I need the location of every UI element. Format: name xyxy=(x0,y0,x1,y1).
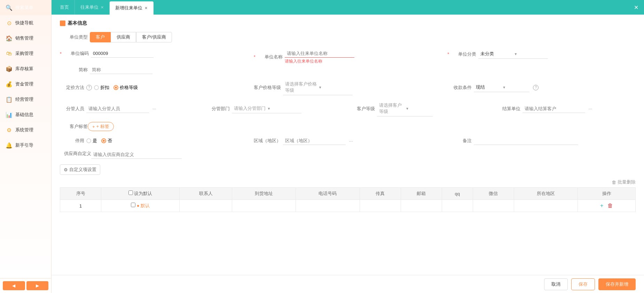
unit-name-input[interactable] xyxy=(285,49,354,58)
radio-circle xyxy=(94,85,99,90)
payment-terms-select[interactable]: 现结 ▼ xyxy=(474,83,529,92)
settlement-input[interactable] xyxy=(523,105,585,113)
manager-more-icon[interactable]: ··· xyxy=(151,106,158,111)
short-name-input[interactable] xyxy=(90,66,152,74)
sidebar-item-guide[interactable]: 🔔 新手引导 xyxy=(0,138,51,153)
sidebar-item-purchase[interactable]: 🛍 采购管理 xyxy=(0,46,51,61)
col-phone: 电话号码 xyxy=(296,188,360,200)
delete-row-icon[interactable]: 🗑 xyxy=(606,203,614,209)
sidebar-item-management[interactable]: 📋 经营管理 xyxy=(0,92,51,107)
tab-label: 首页 xyxy=(60,4,69,10)
guide-icon: 🔔 xyxy=(6,142,13,149)
cell-fax xyxy=(360,200,401,212)
sidebar-item-search[interactable]: 🔍 搜索菜单 xyxy=(0,0,51,15)
radio-circle xyxy=(113,85,118,90)
settlement-more-icon[interactable]: ··· xyxy=(587,106,594,111)
col-action: 操作 xyxy=(578,188,636,200)
sidebar-item-label: 库存核算 xyxy=(15,66,33,72)
select-all-checkbox[interactable] xyxy=(128,190,133,195)
region-more-icon[interactable]: ··· xyxy=(348,138,354,144)
manager-field: 分管人员 ··· xyxy=(60,105,200,113)
col-region: 所在地区 xyxy=(514,188,578,200)
sidebar-item-basic[interactable]: 📊 基础信息 xyxy=(0,107,51,122)
required-star: * xyxy=(60,51,62,56)
save-button[interactable]: 保存 xyxy=(571,278,595,290)
content-area: 基本信息 单位类型 客户 供应商 客户/供应商 * 单位编码 * 单位名称 xyxy=(52,15,644,275)
sidebar-item-label: 新手引导 xyxy=(15,142,33,148)
supplier-custom-input[interactable] xyxy=(91,150,182,159)
unit-btn-supplier[interactable]: 供应商 xyxy=(111,32,136,42)
unit-code-label: 单位编码 xyxy=(64,50,89,57)
radio-label: 否 xyxy=(108,138,112,144)
region-input[interactable] xyxy=(283,137,346,145)
cell-wechat xyxy=(473,200,514,212)
pricing-method-field: 定价方法 ? 折扣 价格等级 xyxy=(60,84,248,91)
unit-name-label: 单位名称 xyxy=(258,54,283,60)
tab-label: 新增往来单位 xyxy=(115,5,142,11)
sidebar: 🔍 搜索菜单 ⊙ 快捷导航 🏠 销售管理 🛍 采购管理 📦 库存核算 💰 资金管… xyxy=(0,0,52,293)
payment-help-icon[interactable]: ? xyxy=(533,85,539,90)
add-tag-button[interactable]: + + 标签 xyxy=(88,122,114,131)
customer-price-level-select[interactable]: 请选择客户价格等级 ▼ xyxy=(283,80,353,95)
customer-price-level-placeholder: 请选择客户价格等级 xyxy=(285,81,317,93)
sidebar-item-inventory[interactable]: 📦 库存核算 xyxy=(0,61,51,76)
save-new-button[interactable]: 保存并新增 xyxy=(598,278,636,290)
unit-type-buttons: 客户 供应商 客户/供应商 xyxy=(90,32,172,42)
sidebar-item-system[interactable]: ⚙ 系统管理 xyxy=(0,122,51,138)
disabled-region-row: 停用 是 否 区域（地区） ··· 备注 xyxy=(60,137,636,145)
chevron-down-icon: ▼ xyxy=(267,107,299,111)
sidebar-item-finance[interactable]: 💰 资金管理 xyxy=(0,76,51,92)
disabled-radio-no[interactable]: 否 xyxy=(101,138,112,144)
section-header: 基本信息 xyxy=(60,20,636,26)
radio-label: 价格等级 xyxy=(120,84,138,91)
tab-bar-close-btn[interactable]: ✕ xyxy=(631,4,641,11)
custom-settings-button[interactable]: ⚙ 自定义项设置 xyxy=(60,164,100,175)
sidebar-expand-btn[interactable]: ▶ xyxy=(26,281,49,290)
sidebar-collapse-btn[interactable]: ◀ xyxy=(3,281,25,290)
sidebar-bottom: ◀ ▶ xyxy=(0,278,51,293)
pricing-radio-discount[interactable]: 折扣 xyxy=(94,84,109,91)
tab-close-icon[interactable]: ✕ xyxy=(101,5,104,10)
section-icon xyxy=(60,21,65,26)
tab-contacts[interactable]: 往来单位 ✕ xyxy=(75,0,110,15)
customer-price-level-label: 客户价格等级 xyxy=(254,84,281,91)
bottom-bar: 取消 保存 保存并新增 xyxy=(52,275,644,293)
tab-new-contact[interactable]: 新增往来单位 ✕ xyxy=(110,1,154,15)
disabled-radio-yes[interactable]: 是 xyxy=(86,138,97,144)
row-checkbox[interactable] xyxy=(131,203,135,207)
unit-btn-customer[interactable]: 客户 xyxy=(90,32,111,42)
remark-input[interactable] xyxy=(474,137,578,145)
pricing-help-icon[interactable]: ? xyxy=(86,85,92,90)
batch-delete-label: 批量删除 xyxy=(618,179,636,185)
section-title: 基本信息 xyxy=(68,20,87,26)
pricing-radio-price-level[interactable]: 价格等级 xyxy=(113,84,138,91)
manager-input[interactable] xyxy=(86,105,149,113)
supplier-custom-label: 供应商自定义 xyxy=(60,150,91,157)
batch-delete-button[interactable]: 🗑 批量删除 xyxy=(612,179,636,185)
customer-tag-row: 客户标签 + + 标签 xyxy=(60,122,636,131)
add-row-icon[interactable]: + xyxy=(599,203,605,209)
department-label: 分管部门 xyxy=(205,106,230,112)
sidebar-item-sales[interactable]: 🏠 销售管理 xyxy=(0,31,51,46)
supplier-custom-row: 供应商自定义 xyxy=(60,150,636,159)
tab-home[interactable]: 首页 xyxy=(54,0,75,15)
sidebar-item-label: 快捷导航 xyxy=(15,20,33,26)
cell-default: ● 默认 xyxy=(101,200,180,212)
cell-contact xyxy=(180,200,232,212)
department-select[interactable]: 请输入分管部门 ▼ xyxy=(232,104,301,113)
custom-settings-label: 自定义项设置 xyxy=(69,166,96,173)
tab-close-icon[interactable]: ✕ xyxy=(144,6,148,10)
unit-category-select[interactable]: 未分类 ▼ xyxy=(478,49,548,59)
payment-terms-label: 收款条件 xyxy=(447,84,472,91)
sidebar-item-quicknav[interactable]: ⊙ 快捷导航 xyxy=(0,15,51,31)
customer-level-select[interactable]: 请选择客户等级 ▼ xyxy=(377,101,433,116)
col-default: 设为默认 xyxy=(101,188,180,200)
unit-code-input[interactable] xyxy=(91,49,154,58)
col-fax: 传真 xyxy=(360,188,401,200)
department-placeholder: 请输入分管部门 xyxy=(234,105,266,112)
unit-btn-both[interactable]: 客户/供应商 xyxy=(136,32,172,42)
radio-label: 折扣 xyxy=(100,84,109,91)
default-radio[interactable]: ● 默认 xyxy=(137,203,150,208)
batch-delete-area: 🗑 批量删除 xyxy=(60,179,636,185)
cancel-button[interactable]: 取消 xyxy=(544,278,568,290)
